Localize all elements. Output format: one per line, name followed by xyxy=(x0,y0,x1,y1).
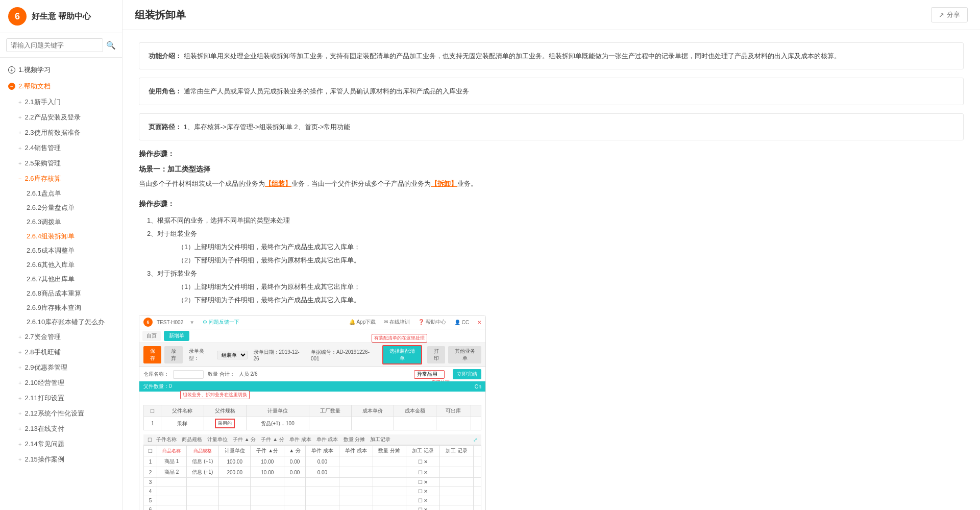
annotation-switch: 组装业务、拆卸业务在这里切换 xyxy=(180,391,250,399)
mock-confirm-btn[interactable]: 立即完结 xyxy=(453,369,481,379)
scene1-title: 场景一：加工类型选择 xyxy=(139,165,964,174)
mock-form-fields: 仓库名称： 数量 合计： 人员 2/6 启用处理 立即完结 xyxy=(139,367,485,381)
sidebar-item-docs[interactable]: − 2.帮助文档 xyxy=(0,78,122,94)
mock-type-select[interactable]: 组装单 拆卸单 xyxy=(217,351,248,359)
search-button[interactable]: 🔍 xyxy=(106,41,116,50)
sidebar-item-2-6-6[interactable]: 2.6.6其他入库单 xyxy=(0,258,122,272)
path-block: 页面路径： 1、库存核算->库存管理->组装拆卸单 2、首页->常用功能 xyxy=(139,113,964,140)
path-label: 页面路径： xyxy=(149,123,182,131)
sidebar-item-video[interactable]: + 1.视频学习 xyxy=(0,62,122,78)
step2-sub2: （2）下部明细为子件明细，最终作为原材料生成其它出库单。 xyxy=(147,254,964,267)
expand-icon-2-8: + xyxy=(18,349,21,355)
mock-enable-input[interactable] xyxy=(414,370,445,379)
sidebar-item-2-6-1[interactable]: 2.6.1盘点单 xyxy=(0,186,122,201)
main-header: 组装拆卸单 ↗ 分享 xyxy=(122,0,980,30)
feature-label: 功能介绍： xyxy=(149,52,182,60)
sidebar-item-2-8[interactable]: + 2.8手机旺铺 xyxy=(0,345,122,360)
sidebar-item-2-1[interactable]: + 2.1新手入门 xyxy=(0,94,122,110)
role-label: 使用角色： xyxy=(149,87,182,95)
sidebar-item-2-6-5[interactable]: 2.6.5成本调整单 xyxy=(0,244,122,258)
mock-tab-active: 新增单 xyxy=(164,331,189,341)
sidebar-item-2-6-4[interactable]: 2.6.4组装拆卸单 xyxy=(0,229,122,244)
main-content: 组装拆卸单 ↗ 分享 功能介绍： 组装拆卸单用来处理企业组装或拆卸等加工业务，支… xyxy=(122,0,980,510)
sidebar-item-2-6-9[interactable]: 2.6.9库存账本查询 xyxy=(0,301,122,315)
expand-icon-video: + xyxy=(8,66,15,74)
sidebar-item-2-15[interactable]: + 2.15操作案例 xyxy=(0,452,122,467)
sidebar-item-2-6-2[interactable]: 2.6.2分量盘点单 xyxy=(0,201,122,215)
annotation-assembly: 有装配清单的在这里处理 xyxy=(372,334,427,343)
nav-section-docs: − 2.帮助文档 + 2.1新手入门 + 2.2产品安装及登录 + 2.3使用前… xyxy=(0,78,122,467)
step2-sub1: （1）上部明细为父件明细，最终作为产成品生成其它入库单； xyxy=(147,240,964,254)
ops-title: 操作步骤： xyxy=(139,150,964,159)
mock-tabs-bar: 自页 新增单 xyxy=(139,329,485,343)
expand-icon-2-4: + xyxy=(18,145,21,151)
expand-icon-2-12: + xyxy=(18,410,21,417)
content-area: 功能介绍： 组装拆卸单用来处理企业组装或拆卸等加工业务，支持有固定装配清单的产品… xyxy=(122,30,980,510)
expand-icon-2-15: + xyxy=(18,456,21,463)
mock-lower-table: ☐ 商品名称 商品规格 计量单位 子件 ▲分 ▲ 分 单件 成本 单件 成本 数… xyxy=(143,445,481,510)
path-text: 1、库存核算->库存管理->组装拆卸单 2、首页->常用功能 xyxy=(184,123,351,131)
on-label: On xyxy=(475,384,481,390)
step1: 1、根据不同的业务，选择不同单据的类型来处理 xyxy=(147,214,964,227)
table-row: 4 ☐ ✕ xyxy=(144,487,481,496)
sidebar-item-2-6-3[interactable]: 2.6.3调拨单 xyxy=(0,215,122,229)
scene1-desc: 当由多个子件材料组装成一个成品的业务为【组装】业务，当由一个父件拆分成多个子产品… xyxy=(139,177,964,190)
sidebar-item-2-6-10[interactable]: 2.6.10库存账本错了怎么办 xyxy=(0,315,122,329)
expand-icon-2-10: + xyxy=(18,380,21,386)
mock-warehouse-input[interactable] xyxy=(173,370,204,379)
sidebar-header: 6 好生意 帮助中心 xyxy=(0,0,122,33)
mock-app-bar: 6 TEST-H002 ▼ ⚙ 问题反馈一下 🔔 App下载 ✉ 在线培训 ❓ … xyxy=(139,315,485,329)
mock-print-btn[interactable]: 打印 xyxy=(427,346,445,363)
sidebar: 6 好生意 帮助中心 🔍 + 1.视频学习 − 2.帮助文档 + 2.1新手入门 xyxy=(0,0,122,510)
sidebar-item-2-4[interactable]: + 2.4销售管理 xyxy=(0,140,122,156)
expand-icon-docs: − xyxy=(8,83,15,90)
step3-sub2: （2）下部明细为子件明细，最终作为产成品生成其它入库单。 xyxy=(147,294,964,307)
docs-sub-items: + 2.1新手入门 + 2.2产品安装及登录 + 2.3使用前数据准备 + 2.… xyxy=(0,94,122,467)
feature-block: 功能介绍： 组装拆卸单用来处理企业组装或拆卸等加工业务，支持有固定装配清单的产品… xyxy=(139,42,964,69)
share-button[interactable]: ↗ 分享 xyxy=(931,7,968,22)
nav-tree: + 1.视频学习 − 2.帮助文档 + 2.1新手入门 + 2.2产品安装及登录 xyxy=(0,58,122,510)
screenshot-container: 6 TEST-H002 ▼ ⚙ 问题反馈一下 🔔 App下载 ✉ 在线培训 ❓ … xyxy=(139,315,486,510)
mock-lower-table-section: ☐ 子件名称 商品规格 计量单位 子件 ▲ 分 子件 ▲ 分 单件 成本 单件 … xyxy=(139,432,485,510)
sidebar-item-2-14[interactable]: + 2.14常见问题 xyxy=(0,436,122,452)
table-row: 3 ☐ ✕ xyxy=(144,478,481,487)
screenshot-inner: 6 TEST-H002 ▼ ⚙ 问题反馈一下 🔔 App下载 ✉ 在线培训 ❓ … xyxy=(139,315,485,510)
step3: 3、对于拆装业务 xyxy=(147,267,964,280)
sidebar-item-docs-label: 2.帮助文档 xyxy=(18,82,51,91)
sidebar-item-2-9[interactable]: + 2.9优惠券管理 xyxy=(0,360,122,375)
table-row: 5 ☐ ✕ xyxy=(144,496,481,505)
sidebar-item-video-label: 1.视频学习 xyxy=(18,65,51,75)
step3-sub1: （1）上部明细为父件明细，最终作为原材料生成其它出库单； xyxy=(147,280,964,294)
expand-icon-2-14: + xyxy=(18,441,21,447)
mock-other-btn[interactable]: 其他业务单 xyxy=(448,346,481,363)
share-icon: ↗ xyxy=(939,11,944,19)
role-text: 通常由生产人员或库管人员完成拆装业务的操作，库管人员确认原材料的出库和产成品的入… xyxy=(184,87,469,95)
sidebar-title: 好生意 帮助中心 xyxy=(32,11,91,22)
mock-red-box: 采用的 xyxy=(215,419,235,428)
expand-icon-2-6: − xyxy=(18,176,21,182)
sidebar-item-2-7[interactable]: + 2.7资金管理 xyxy=(0,329,122,345)
expand-icon-2-13: + xyxy=(18,426,21,432)
mock-logo: 6 xyxy=(143,318,153,327)
sidebar-item-2-6-7[interactable]: 2.6.7其他出库单 xyxy=(0,272,122,286)
search-input[interactable] xyxy=(6,38,103,52)
mock-assembly-bar: 父件数量：0 On xyxy=(139,381,485,392)
mock-assembly-btn[interactable]: 选择装配清单 xyxy=(382,345,422,365)
sidebar-item-2-11[interactable]: + 2.11打印设置 xyxy=(0,391,122,406)
nav-section-video: + 1.视频学习 xyxy=(0,62,122,78)
expand-icon-2-11: + xyxy=(18,395,21,401)
sidebar-item-2-6-8[interactable]: 2.6.8商品成本重算 xyxy=(0,286,122,301)
logo-icon: 6 xyxy=(8,7,27,26)
sidebar-item-2-3[interactable]: + 2.3使用前数据准备 xyxy=(0,125,122,140)
feature-text: 组装拆卸单用来处理企业组装或拆卸等加工业务，支持有固定装配清单的产品加工业务，也… xyxy=(184,52,841,60)
sidebar-item-2-13[interactable]: + 2.13在线支付 xyxy=(0,421,122,436)
sidebar-item-2-12[interactable]: + 2.12系统个性化设置 xyxy=(0,406,122,421)
mock-form-toolbar: 保存 放弃 录单类型： 组装单 拆卸单 录单日期：2019-12-26 单据编号… xyxy=(139,343,485,367)
sidebar-item-2-5[interactable]: + 2.5采购管理 xyxy=(0,156,122,171)
mock-save-btn[interactable]: 保存 xyxy=(143,346,161,363)
sidebar-item-2-2[interactable]: + 2.2产品安装及登录 xyxy=(0,110,122,125)
sidebar-item-2-6[interactable]: − 2.6库存核算 xyxy=(0,171,122,186)
step2: 2、对于组装业务 xyxy=(147,227,964,240)
mock-discard-btn[interactable]: 放弃 xyxy=(164,346,182,363)
sidebar-item-2-10[interactable]: + 2.10经营管理 xyxy=(0,375,122,391)
